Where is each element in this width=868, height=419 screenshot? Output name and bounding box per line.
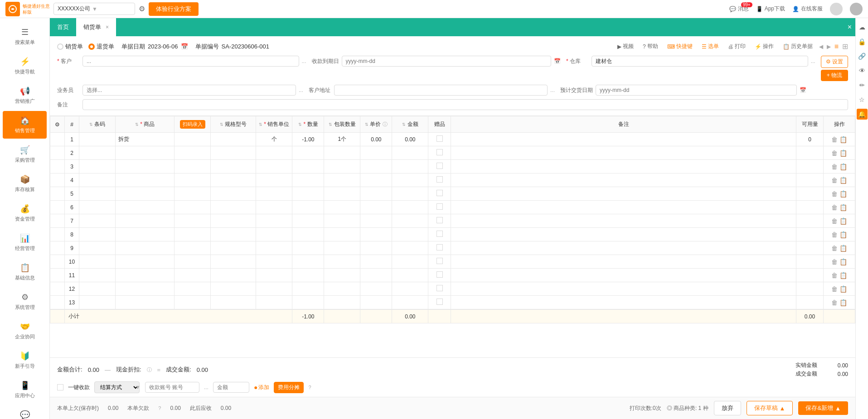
cell-pkg-2[interactable] bbox=[324, 160, 360, 173]
cell-price-5[interactable] bbox=[360, 201, 392, 214]
cell-unit-6[interactable] bbox=[256, 214, 292, 228]
rp-edit-icon[interactable]: ✏ bbox=[857, 80, 868, 91]
cell-gift-1[interactable] bbox=[428, 146, 451, 160]
cell-pkg-9[interactable] bbox=[324, 255, 360, 269]
cell-product-11[interactable] bbox=[116, 282, 175, 296]
cell-remark-11[interactable] bbox=[451, 282, 796, 296]
customer-address-input[interactable] bbox=[334, 85, 548, 96]
sidebar-item-wechat[interactable]: 💬 企业微信 bbox=[3, 405, 47, 419]
cell-remark-8[interactable] bbox=[451, 241, 796, 255]
delete-row-icon-0[interactable]: 🗑 bbox=[831, 136, 838, 143]
cell-gift-7[interactable] bbox=[428, 228, 451, 241]
save-new-btn[interactable]: 保存&新增 ▲ bbox=[798, 401, 848, 415]
cell-spec-1[interactable] bbox=[211, 146, 256, 160]
settings-icon[interactable]: ⚙ bbox=[139, 5, 145, 13]
toolbar-actions[interactable]: ⚡ 操作 bbox=[752, 42, 776, 51]
one-click-payment-checkbox[interactable] bbox=[57, 384, 63, 390]
toolbar-print[interactable]: 🖨 打印 bbox=[725, 42, 748, 51]
cell-spec-4[interactable] bbox=[211, 187, 256, 201]
cell-qty-3[interactable] bbox=[292, 173, 324, 187]
delete-row-icon-3[interactable]: 🗑 bbox=[831, 177, 838, 184]
copy-row-icon-5[interactable]: 📋 bbox=[839, 204, 847, 211]
view-grid-icon[interactable]: ⊞ bbox=[842, 42, 848, 51]
delete-row-icon-12[interactable]: 🗑 bbox=[831, 299, 838, 306]
tab-close-icon[interactable]: × bbox=[106, 24, 109, 30]
sidebar-item-inventory[interactable]: 📦 库存核算 bbox=[3, 170, 47, 197]
th-scan[interactable]: 扫码录入 bbox=[175, 116, 211, 133]
cell-spec-10[interactable] bbox=[211, 269, 256, 282]
cell-remark-10[interactable] bbox=[451, 269, 796, 282]
cell-qty-5[interactable] bbox=[292, 201, 324, 214]
delivery-calendar-icon[interactable]: 📅 bbox=[800, 87, 806, 93]
cell-spec-11[interactable] bbox=[211, 282, 256, 296]
sidebar-item-basic-info[interactable]: 📋 基础信息 bbox=[3, 258, 47, 286]
company-selector[interactable]: XXXXXX公司 ▼ bbox=[53, 3, 135, 15]
sidebar-item-search-order[interactable]: ☰ 搜索菜单 bbox=[3, 23, 47, 50]
salesperson-more[interactable]: ... bbox=[299, 87, 303, 93]
cell-unit-10[interactable] bbox=[256, 269, 292, 282]
delete-row-icon-2[interactable]: 🗑 bbox=[831, 163, 838, 170]
due-date-input[interactable] bbox=[342, 56, 552, 67]
cell-remark-5[interactable] bbox=[451, 201, 796, 214]
cell-barcode-12[interactable] bbox=[79, 296, 116, 310]
cell-remark-9[interactable] bbox=[451, 255, 796, 269]
copy-row-icon-4[interactable]: 📋 bbox=[839, 190, 847, 197]
account-input[interactable] bbox=[145, 382, 199, 393]
cell-product-12[interactable] bbox=[116, 296, 175, 310]
cell-barcode-0[interactable] bbox=[79, 133, 116, 146]
online-service-btn[interactable]: 👤 在线客服 bbox=[792, 5, 823, 13]
cell-unit-1[interactable] bbox=[256, 146, 292, 160]
cell-pkg-7[interactable] bbox=[324, 228, 360, 241]
cell-pkg-12[interactable] bbox=[324, 296, 360, 310]
cell-amount-7[interactable] bbox=[392, 228, 428, 241]
sidebar-item-operations[interactable]: 📊 经营管理 bbox=[3, 229, 47, 256]
copy-row-icon-12[interactable]: 📋 bbox=[839, 299, 847, 306]
cell-gift-4[interactable] bbox=[428, 187, 451, 201]
cell-price-2[interactable] bbox=[360, 160, 392, 173]
calendar-icon[interactable]: 📅 bbox=[181, 43, 188, 50]
notes-input[interactable] bbox=[82, 99, 848, 110]
cell-spec-5[interactable] bbox=[211, 201, 256, 214]
cell-pkg-3[interactable] bbox=[324, 173, 360, 187]
cell-qty-12[interactable] bbox=[292, 296, 324, 310]
cell-price-11[interactable] bbox=[360, 282, 392, 296]
rp-star-icon[interactable]: ☆ bbox=[857, 94, 868, 105]
cell-qty-8[interactable] bbox=[292, 241, 324, 255]
sidebar-item-app-center[interactable]: 📱 应用中心 bbox=[3, 376, 47, 404]
cell-price-6[interactable] bbox=[360, 214, 392, 228]
cell-remark-12[interactable] bbox=[451, 296, 796, 310]
abandon-btn[interactable]: 放弃 bbox=[714, 401, 741, 415]
cell-unit-9[interactable] bbox=[256, 255, 292, 269]
cell-remark-0[interactable] bbox=[451, 133, 796, 146]
cell-pkg-0[interactable]: 1个 bbox=[324, 133, 360, 146]
cell-product-5[interactable] bbox=[116, 201, 175, 214]
tab-home[interactable]: 首页 bbox=[50, 18, 76, 36]
cell-price-7[interactable] bbox=[360, 228, 392, 241]
cell-amount-11[interactable] bbox=[392, 282, 428, 296]
toolbar-shortcut[interactable]: ⌨ 快捷键 bbox=[664, 42, 695, 51]
cell-pkg-11[interactable] bbox=[324, 282, 360, 296]
delete-row-icon-5[interactable]: 🗑 bbox=[831, 204, 838, 211]
copy-row-icon-3[interactable]: 📋 bbox=[839, 177, 847, 184]
sidebar-item-sales[interactable]: 🏠 销售管理 bbox=[3, 111, 47, 139]
due-date-calendar-icon[interactable]: 📅 bbox=[554, 58, 561, 64]
cell-qty-11[interactable] bbox=[292, 282, 324, 296]
sidebar-item-finance[interactable]: 💰 资金管理 bbox=[3, 199, 47, 227]
cell-spec-9[interactable] bbox=[211, 255, 256, 269]
cell-product-1[interactable] bbox=[116, 146, 175, 160]
cell-qty-10[interactable] bbox=[292, 269, 324, 282]
rp-link-icon[interactable]: 🔗 bbox=[857, 51, 868, 62]
copy-row-icon-11[interactable]: 📋 bbox=[839, 285, 847, 293]
delete-row-icon-1[interactable]: 🗑 bbox=[831, 149, 838, 157]
cell-price-9[interactable] bbox=[360, 255, 392, 269]
delivery-date-input[interactable] bbox=[596, 85, 797, 96]
cell-spec-2[interactable] bbox=[211, 160, 256, 173]
cell-amount-4[interactable] bbox=[392, 187, 428, 201]
delete-row-icon-10[interactable]: 🗑 bbox=[831, 272, 838, 279]
cell-price-3[interactable] bbox=[360, 173, 392, 187]
cell-qty-2[interactable] bbox=[292, 160, 324, 173]
cell-gift-3[interactable] bbox=[428, 173, 451, 187]
copy-row-icon-0[interactable]: 📋 bbox=[839, 136, 847, 143]
rp-lock-icon[interactable]: 🔒 bbox=[857, 36, 868, 47]
cell-barcode-6[interactable] bbox=[79, 214, 116, 228]
